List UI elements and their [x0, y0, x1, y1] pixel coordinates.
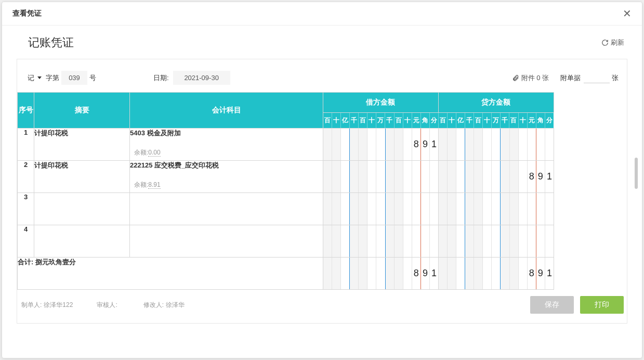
digit-cell	[545, 128, 554, 160]
row-debit[interactable]: 891	[323, 128, 439, 161]
table-row: 1计提印花税5403 税金及附加余额:0.00891	[18, 128, 554, 161]
digit-cell	[386, 161, 395, 192]
digit-cell	[376, 225, 385, 257]
digit-cell	[386, 193, 395, 225]
digit-cell	[332, 225, 341, 257]
digit-cell	[465, 128, 474, 160]
digit-cell	[448, 258, 456, 289]
row-seq: 2	[18, 161, 34, 193]
row-credit[interactable]	[438, 225, 554, 258]
th-account: 会计科目	[130, 93, 323, 128]
digit-cell	[376, 258, 385, 289]
digit-cell	[510, 225, 519, 257]
digit-cell	[395, 258, 403, 289]
modal-body: 记账凭证 刷新 记 字第 号 日期: 附件 0 张	[2, 25, 642, 358]
save-button[interactable]: 保存	[530, 296, 574, 314]
digit-cell	[448, 161, 456, 192]
digit-cell	[483, 225, 492, 257]
attach2-suffix: 张	[612, 73, 619, 83]
row-credit[interactable]	[438, 193, 554, 225]
attachment-count[interactable]: 附件 0 张	[512, 73, 549, 83]
voucher-type-select[interactable]: 记	[28, 73, 42, 83]
digit-cell	[403, 161, 412, 192]
digit-cell	[421, 225, 430, 257]
digit-cell	[474, 128, 483, 160]
row-credit[interactable]: 891	[438, 161, 554, 193]
attachment1-label: 附件 0 张	[521, 73, 549, 83]
row-balance: 余额:8.91	[134, 181, 161, 189]
th-seq: 序号	[18, 93, 34, 128]
row-account[interactable]: 5403 税金及附加余额:0.00	[130, 128, 323, 161]
digit-cell	[492, 128, 501, 160]
digit-cell	[395, 161, 403, 192]
digit-unit-百: 百	[323, 113, 332, 128]
modal-title: 查看凭证	[12, 9, 42, 18]
digit-cell	[501, 128, 509, 160]
digit-cell	[483, 128, 492, 160]
digit-cell	[456, 128, 465, 160]
row-summary[interactable]	[34, 225, 130, 258]
digit-cell	[367, 225, 376, 257]
digit-cell	[510, 128, 519, 160]
digit-cell	[528, 225, 536, 257]
digit-cell	[483, 193, 492, 225]
voucher-tbody: 1计提印花税5403 税金及附加余额:0.008912计提印花税222125 应…	[18, 128, 554, 290]
row-balance: 余额:0.00	[134, 148, 161, 157]
row-credit[interactable]	[438, 128, 554, 161]
digit-cell	[465, 193, 474, 225]
digit-cell	[528, 193, 536, 225]
digit-cell	[367, 161, 376, 192]
digit-cell	[430, 161, 438, 192]
no-suffix: 号	[89, 73, 96, 83]
digit-cell	[519, 225, 528, 257]
digit-cell: 1	[430, 258, 438, 289]
digit-unit-角: 角	[536, 113, 545, 128]
digit-cell	[483, 258, 492, 289]
row-summary[interactable]: 计提印花税	[34, 128, 130, 161]
scrollbar-thumb[interactable]	[635, 158, 638, 189]
row-account[interactable]	[130, 225, 323, 258]
digit-cell	[412, 225, 421, 257]
digit-unit-千: 千	[385, 113, 394, 128]
digit-cell	[341, 225, 350, 257]
row-summary[interactable]	[34, 193, 130, 225]
total-credit[interactable]: 891	[438, 258, 554, 290]
digit-cell	[456, 225, 465, 257]
row-account[interactable]	[130, 193, 323, 225]
voucher-no-input[interactable]	[61, 71, 87, 85]
close-icon[interactable]: ✕	[623, 8, 632, 19]
row-debit[interactable]	[323, 161, 439, 193]
row-summary[interactable]: 计提印花税	[34, 161, 130, 193]
digit-cell: 1	[430, 128, 438, 160]
digit-unit-角: 角	[420, 113, 429, 128]
refresh-icon	[601, 39, 609, 46]
digit-cell	[492, 193, 501, 225]
digit-cell: 9	[421, 128, 430, 160]
digit-unit-百: 百	[438, 113, 447, 128]
digit-cell	[350, 193, 359, 225]
digit-cell	[519, 161, 528, 192]
digit-cell	[367, 258, 376, 289]
digit-cell: 8	[528, 258, 536, 289]
row-account[interactable]: 222125 应交税费_应交印花税余额:8.91	[130, 161, 323, 193]
attach2-label: 附单据	[560, 73, 581, 83]
digit-cell	[350, 128, 359, 160]
digit-cell	[456, 258, 465, 289]
print-button[interactable]: 打印	[580, 296, 624, 314]
auditor-label: 审核人:	[97, 301, 117, 310]
digit-cell	[323, 193, 332, 225]
refresh-button[interactable]: 刷新	[601, 38, 624, 47]
digit-cell	[403, 258, 412, 289]
row-debit[interactable]	[323, 193, 439, 225]
digit-cell	[367, 128, 376, 160]
attach2-input[interactable]	[584, 73, 610, 83]
date-input[interactable]	[173, 71, 230, 85]
th-credit: 贷方金额	[438, 93, 554, 113]
digit-unit-百: 百	[394, 113, 403, 128]
maker-label: 制单人:	[21, 301, 42, 310]
digit-cell	[376, 193, 385, 225]
digit-cell	[403, 193, 412, 225]
total-debit[interactable]: 891	[323, 258, 439, 290]
row-debit[interactable]	[323, 225, 439, 258]
digit-cell	[465, 161, 474, 192]
